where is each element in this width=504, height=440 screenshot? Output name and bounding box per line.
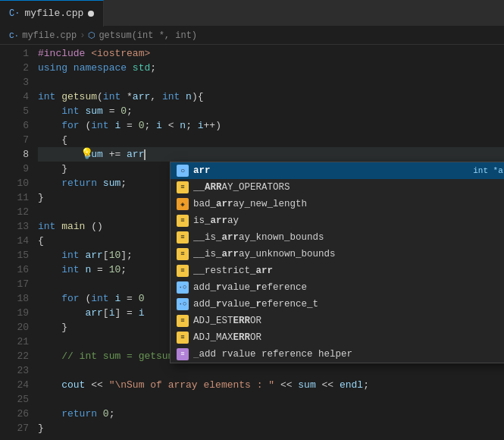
line-num-25: 25 bbox=[0, 392, 29, 407]
ac-item-restrict-arr[interactable]: ≡ __restrict_arr bbox=[171, 262, 504, 279]
breadcrumb-fn-icon: ⬡ bbox=[88, 30, 95, 40]
ac-item-is-array-known[interactable]: ≡ __is_array_known_bounds bbox=[171, 229, 504, 246]
ac-icon-sym-6: ≡ bbox=[177, 315, 189, 327]
line-num-21: 21 bbox=[0, 335, 29, 349]
ac-label-arr: arr bbox=[193, 165, 468, 176]
ac-icon-sym-4: ≡ bbox=[177, 248, 189, 260]
line-num-19: 19 bbox=[0, 306, 29, 320]
ac-label-add-rvalue-helper: _add rvalue reference helper bbox=[193, 349, 504, 360]
code-line-26: return 0; bbox=[38, 407, 504, 421]
line-num-4: 4 bbox=[0, 90, 29, 104]
line-num-14: 14 bbox=[0, 234, 29, 248]
breadcrumb-separator: › bbox=[80, 30, 85, 41]
ac-label-bad-array: bad_array_new_length bbox=[193, 199, 504, 209]
ac-label-adj-esterror: ADJ_ESTERROR bbox=[193, 316, 504, 326]
ac-label-is-array-unknown: __is_array_unknown_bounds bbox=[193, 249, 504, 259]
line-num-17: 17 bbox=[0, 277, 29, 291]
ac-item-is-array[interactable]: ≡ is_array bbox=[171, 212, 504, 229]
ac-item-array-operators[interactable]: ≡ __ARRAY_OPERATORS bbox=[171, 179, 504, 196]
breadcrumb: C· myfile.cpp › ⬡ getsum(int *, int) bbox=[0, 27, 504, 45]
ac-item-adj-esterror[interactable]: ≡ ADJ_ESTERROR bbox=[171, 313, 504, 329]
line-num-5: 5 bbox=[0, 104, 29, 118]
ac-label-array-operators: __ARRAY_OPERATORS bbox=[193, 182, 504, 193]
line-numbers: 1 2 3 4 5 6 7 8 9 10 11 12 13 14 15 16 1… bbox=[0, 45, 35, 440]
ac-type-arr: int *arr bbox=[473, 166, 504, 175]
cpp-icon: C· bbox=[9, 8, 20, 19]
ac-item-add-rvalue-helper[interactable]: ≡ _add rvalue reference helper bbox=[171, 346, 504, 363]
code-line-3 bbox=[38, 75, 504, 90]
tab-label: myfile.cpp bbox=[24, 8, 83, 19]
code-line-23 bbox=[38, 363, 504, 378]
ac-icon-sym-3: ≡ bbox=[177, 231, 189, 244]
line-num-2: 2 bbox=[0, 61, 29, 75]
tab-bar: C· myfile.cpp bbox=[0, 0, 504, 27]
code-line-8: sum += arr bbox=[38, 147, 504, 162]
code-line-1: #include <iostream> bbox=[38, 46, 504, 61]
ac-item-adj-maxerror[interactable]: ≡ ADJ_MAXERROR bbox=[171, 329, 504, 346]
ac-label-is-array: is_array bbox=[193, 215, 504, 226]
line-num-7: 7 bbox=[0, 133, 29, 147]
ac-item-add-rvalue-ref[interactable]: ·○ add_rvalue_reference bbox=[171, 279, 504, 296]
code-line-27: } bbox=[38, 421, 504, 435]
ac-item-add-rvalue-ref-t[interactable]: ·○ add_rvalue_reference_t bbox=[171, 296, 504, 313]
ac-icon-sym-5: ≡ bbox=[177, 265, 189, 277]
line-num-16: 16 bbox=[0, 262, 29, 277]
ac-item-bad-array[interactable]: ◈ bad_array_new_length bbox=[171, 196, 504, 212]
line-num-15: 15 bbox=[0, 248, 29, 262]
breadcrumb-file[interactable]: myfile.cpp bbox=[22, 30, 77, 41]
line-num-22: 22 bbox=[0, 349, 29, 363]
code-line-24: cout << "\nSum of array elements : " << … bbox=[38, 378, 504, 392]
ac-icon-cls-1: ◈ bbox=[177, 198, 189, 210]
autocomplete-dropdown[interactable]: ○ arr int *arr ≡ __ARRAY_OPERATORS ◈ bad… bbox=[170, 162, 504, 363]
breadcrumb-cpp-icon: C· bbox=[9, 31, 19, 40]
line-num-13: 13 bbox=[0, 219, 29, 234]
ac-icon-sym-1: ≡ bbox=[177, 181, 189, 193]
line-num-24: 24 bbox=[0, 378, 29, 392]
ac-icon-fn2: ≡ bbox=[177, 348, 189, 360]
line-num-27: 27 bbox=[0, 421, 29, 435]
line-num-9: 9 bbox=[0, 162, 29, 176]
breadcrumb-function[interactable]: getsum(int *, int) bbox=[99, 30, 197, 41]
line-num-23: 23 bbox=[0, 363, 29, 378]
line-num-12: 12 bbox=[0, 205, 29, 219]
line-num-1: 1 bbox=[0, 46, 29, 61]
ac-icon-ref-1: ·○ bbox=[177, 281, 189, 294]
ac-icon-ref-2: ·○ bbox=[177, 298, 189, 310]
ac-label-add-rvalue-ref: add_rvalue_reference bbox=[193, 282, 504, 293]
ac-item-arr[interactable]: ○ arr int *arr bbox=[171, 162, 504, 179]
line-num-18: 18 bbox=[0, 291, 29, 306]
ac-icon-sym-2: ≡ bbox=[177, 215, 189, 227]
line-num-3: 3 bbox=[0, 75, 29, 90]
line-num-10: 10 bbox=[0, 176, 29, 190]
code-line-4: int getsum(int *arr, int n){ bbox=[38, 90, 504, 104]
code-line-7: { bbox=[38, 133, 504, 147]
lightbulb-icon[interactable]: 💡 bbox=[80, 147, 93, 160]
line-num-6: 6 bbox=[0, 118, 29, 133]
code-line-25 bbox=[38, 392, 504, 407]
editor: 1 2 3 4 5 6 7 8 9 10 11 12 13 14 15 16 1… bbox=[0, 45, 504, 440]
ac-label-add-rvalue-ref-t: add_rvalue_reference_t bbox=[193, 299, 504, 310]
code-area[interactable]: #include <iostream> using namespace std;… bbox=[35, 45, 504, 440]
ac-label-adj-maxerror: ADJ_MAXERROR bbox=[193, 332, 504, 343]
ac-label-is-array-known: __is_array_known_bounds bbox=[193, 232, 504, 243]
ac-icon-sym-7: ≡ bbox=[177, 332, 189, 344]
code-line-6: for (int i = 0; i < n; i++) bbox=[38, 118, 504, 133]
ac-label-restrict-arr: __restrict_arr bbox=[193, 266, 504, 276]
code-line-2: using namespace std; bbox=[38, 61, 504, 75]
ac-icon-var: ○ bbox=[177, 165, 189, 177]
tab-myfile-cpp[interactable]: C· myfile.cpp bbox=[0, 0, 104, 27]
line-num-8: 8 bbox=[0, 147, 29, 162]
ac-item-is-array-unknown[interactable]: ≡ __is_array_unknown_bounds bbox=[171, 246, 504, 262]
code-line-5: int sum = 0; bbox=[38, 104, 504, 118]
line-num-11: 11 bbox=[0, 190, 29, 205]
line-num-20: 20 bbox=[0, 320, 29, 335]
modified-dot bbox=[88, 11, 94, 17]
line-num-26: 26 bbox=[0, 407, 29, 421]
